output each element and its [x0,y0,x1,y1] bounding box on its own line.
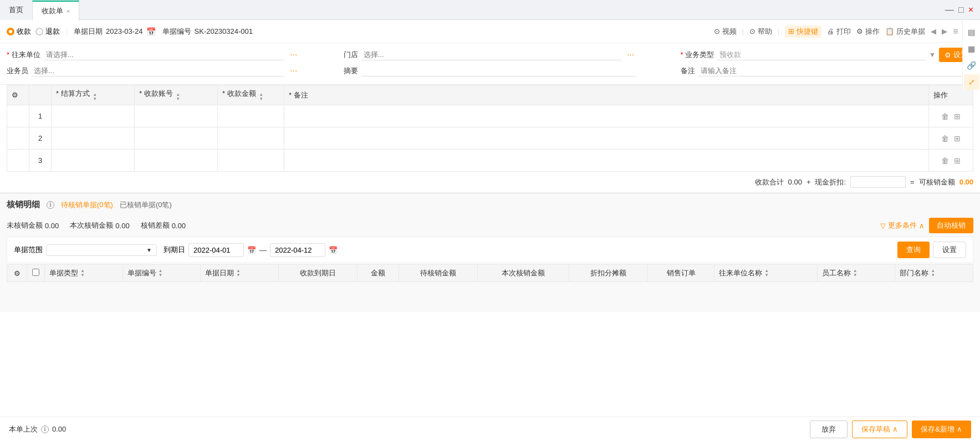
store-input[interactable] [361,49,621,60]
panel-icon-4[interactable]: ⤢ [964,74,979,90]
minimize-button[interactable]: — [945,5,954,15]
sort-account[interactable]: ▲▼ [176,93,180,101]
save-new-btn[interactable]: 保存&新增 ∧ [912,421,971,438]
print-icon: 🖨 [827,27,834,35]
store-more-btn[interactable]: ··· [625,50,636,60]
td-num-2: 2 [29,127,52,150]
operate-btn[interactable]: ⚙ 操作 [856,27,880,37]
delete-row-3-btn[interactable]: 🗑 [941,156,949,165]
panel-icon-2[interactable]: ▦ [964,41,979,57]
auto-verify-btn[interactable]: 自动核销 [929,218,973,233]
td-settle-2[interactable] [52,127,135,150]
summary-input[interactable] [361,65,636,76]
th-op-label: 操作 [933,91,948,99]
date-value: 2023-03-24 [106,27,143,35]
sort-doc-type[interactable]: ▲▼ [80,269,85,278]
filter-settings-btn[interactable]: 设置 [933,242,966,258]
bth-counterpart-label: 往来单位名称 [719,268,762,278]
verify-actions: ▽ 更多条件 ∧ 自动核销 [880,218,973,233]
receipt-radio-dot [7,28,14,35]
history-label: 历史单据 [896,27,925,37]
date-to-input[interactable] [270,243,325,257]
td-remark-3[interactable] [284,150,929,172]
sort-doc-date[interactable]: ▲▼ [236,269,241,278]
panel-icon-3[interactable]: 🔗 [964,58,979,73]
discount-input[interactable] [850,176,906,188]
td-amount-3[interactable] [218,150,284,172]
bth-discount: 折扣分摊额 [569,265,647,282]
refund-radio[interactable]: 退款 [35,27,60,37]
delete-row-1-btn[interactable]: 🗑 [941,112,949,121]
bth-settings[interactable]: ⚙ [7,265,27,282]
panel-icon-1[interactable]: ▤ [964,24,979,40]
cal-to-icon[interactable]: 📅 [329,246,338,254]
sort-counterpart[interactable]: ▲▼ [764,269,769,278]
more-conditions-btn[interactable]: ▽ 更多条件 ∧ [880,221,925,230]
td-remark-2[interactable] [284,127,929,150]
layout-icon1[interactable]: ≡ [953,27,958,37]
nav-prev-icon[interactable]: ◀ [931,27,936,35]
sort-doc-num[interactable]: ▲▼ [159,269,163,278]
help-btn[interactable]: ⊙ 帮助 [749,27,772,37]
td-amount-1[interactable] [218,105,284,127]
td-account-3[interactable] [135,150,218,172]
biz-type-input[interactable] [717,49,926,60]
sort-amount[interactable]: ▲▼ [259,93,263,101]
bth-check[interactable] [27,265,45,282]
tab-home-label: 首页 [9,5,23,15]
td-account-2[interactable] [135,127,218,150]
tab-home[interactable]: 首页 [0,0,32,20]
th-account-label: * 收款账号 [139,89,173,98]
bth-doc-num-label: 单据编号 [127,268,156,278]
td-settle-3[interactable] [52,150,135,172]
footer-info-icon: ℹ [41,425,49,433]
th-settings[interactable]: ⚙ [7,85,29,105]
counterpart-more-btn[interactable]: ··· [288,50,299,60]
close-button[interactable]: × [968,5,973,15]
sort-dept[interactable]: ▲▼ [931,269,935,278]
salesperson-more-btn[interactable]: ··· [288,66,299,76]
td-settle-1[interactable] [52,105,135,127]
td-account-1[interactable] [135,105,218,127]
td-amount-2[interactable] [218,127,284,150]
discard-btn[interactable]: 放弃 [810,421,848,438]
history-btn[interactable]: 📋 历史单据 [885,27,925,37]
maximize-button[interactable]: □ [958,5,964,15]
stats-row: 未核销金额 0.00 本次核销金额 0.00 核销差额 0.00 ▽ 更多条件 … [7,214,973,237]
operate-label: 操作 [865,27,880,37]
pending-tab[interactable]: 待核销单据(0笔) [61,200,113,210]
shortcut-btn[interactable]: ⊞ 快捷键 [785,25,821,38]
tab-close-icon[interactable]: × [67,8,70,14]
select-all-checkbox[interactable] [32,269,39,276]
td-remark-1[interactable] [284,105,929,127]
copy-row-2-btn[interactable]: ⊞ [954,134,961,143]
range-field: 单据范围 ▼ [14,244,157,256]
calendar-icon[interactable]: 📅 [146,27,156,36]
bth-sales: 销售订单 [648,265,714,282]
sort-settle[interactable]: ▲▼ [93,93,97,101]
video-btn[interactable]: ⊙ 视频 [714,27,737,37]
range-select[interactable]: ▼ [46,244,157,256]
available-value: 0.00 [959,178,973,186]
sort-employee[interactable]: ▲▼ [853,269,858,278]
remark-input[interactable] [698,65,973,76]
copy-row-1-btn[interactable]: ⊞ [954,112,961,121]
nav-next-icon[interactable]: ▶ [942,27,947,35]
counterpart-input[interactable] [44,49,284,60]
copy-row-3-btn[interactable]: ⊞ [954,156,961,165]
docnum-label: 单据编号 [162,27,191,37]
done-tab[interactable]: 已核销单据(0笔) [120,200,172,210]
print-btn[interactable]: 🖨 打印 [827,27,851,37]
salesperson-input[interactable] [32,65,284,76]
date-from-input[interactable] [188,243,244,257]
receipt-radio[interactable]: 收款 [7,27,31,37]
query-btn[interactable]: 查询 [897,242,930,258]
biz-type-arrow[interactable]: ▼ [929,51,936,59]
cal-from-icon[interactable]: 📅 [247,246,256,254]
save-draft-btn[interactable]: 保存草稿 ∧ [852,421,907,438]
delete-row-2-btn[interactable]: 🗑 [941,134,949,143]
footer-actions: 放弃 保存草稿 ∧ 保存&新增 ∧ [810,421,971,438]
th-settle: * 结算方式 ▲▼ [52,85,135,105]
tab-receipt[interactable]: 收款单 × [32,1,79,20]
more-conditions-label: 更多条件 [888,221,917,230]
